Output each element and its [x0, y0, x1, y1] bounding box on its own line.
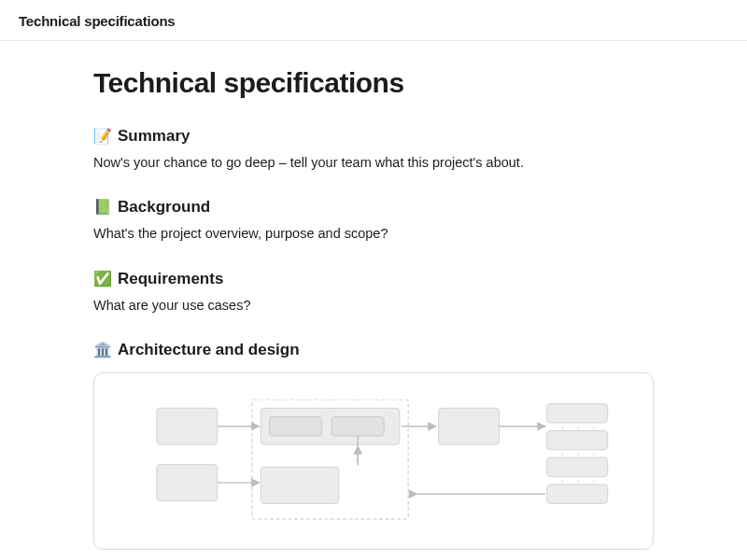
svg-rect-1 [157, 465, 218, 501]
section-architecture[interactable]: 🏛️ Architecture and design [93, 341, 654, 560]
svg-rect-6 [261, 467, 339, 503]
svg-rect-8 [547, 404, 608, 423]
section-heading-architecture: 🏛️ Architecture and design [93, 341, 654, 359]
architecture-diagram-card[interactable] [93, 372, 654, 550]
svg-rect-7 [439, 408, 500, 444]
svg-rect-10 [547, 457, 608, 476]
section-summary[interactable]: 📝 Summary Now's your chance to go deep –… [93, 127, 654, 172]
memo-icon: 📝 [93, 129, 112, 144]
section-heading-background: 📗 Background [93, 198, 654, 217]
section-heading-summary: 📝 Summary [93, 127, 654, 146]
svg-rect-9 [547, 430, 608, 449]
page-header: Technical specifications [0, 0, 747, 41]
svg-rect-5 [331, 416, 384, 435]
page-title[interactable]: Technical specifications [93, 67, 654, 99]
section-body-summary[interactable]: Now's your chance to go deep – tell your… [93, 153, 654, 172]
section-body-background[interactable]: What's the project overview, purpose and… [93, 224, 654, 243]
section-heading-text: Summary [118, 127, 190, 146]
section-heading-text: Requirements [118, 270, 223, 288]
section-requirements[interactable]: ✅ Requirements What are your use cases? [93, 270, 654, 315]
section-background[interactable]: 📗 Background What's the project overview… [93, 198, 654, 243]
svg-rect-4 [270, 416, 322, 435]
header-title: Technical specifications [19, 13, 728, 29]
svg-rect-0 [157, 408, 218, 444]
section-body-requirements[interactable]: What are your use cases? [93, 296, 654, 315]
section-heading-text: Architecture and design [118, 341, 300, 359]
building-icon: 🏛️ [93, 343, 112, 357]
architecture-diagram [117, 399, 630, 521]
section-heading-text: Background [118, 198, 210, 217]
svg-rect-11 [547, 484, 608, 503]
book-icon: 📗 [93, 200, 112, 215]
document-content[interactable]: Technical specifications 📝 Summary Now's… [0, 41, 747, 560]
check-icon: ✅ [93, 272, 112, 287]
section-heading-requirements: ✅ Requirements [93, 270, 654, 288]
